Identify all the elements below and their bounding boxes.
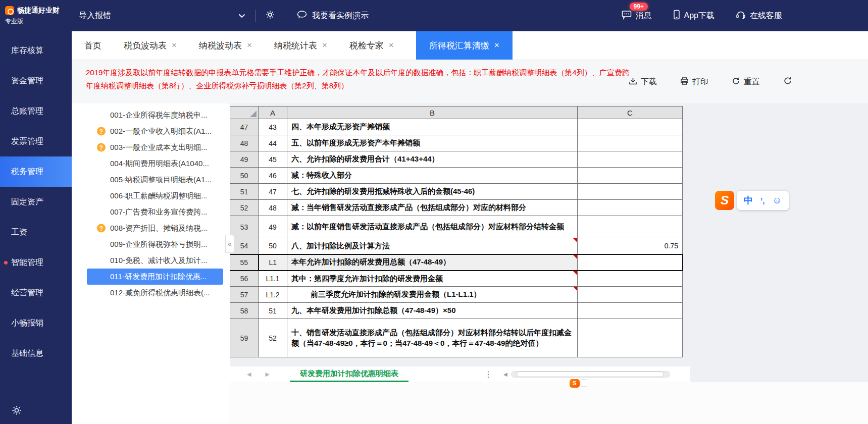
- row-header-cell[interactable]: 50: [230, 168, 259, 184]
- row-header-cell[interactable]: 55: [230, 254, 259, 271]
- cell-a[interactable]: L1.1: [259, 271, 287, 287]
- row-header-cell[interactable]: 59: [230, 319, 259, 357]
- sidebar-item-expense[interactable]: 小畅报销: [0, 308, 72, 338]
- corner-cell[interactable]: [230, 107, 259, 119]
- cell-a[interactable]: 50: [259, 238, 287, 254]
- cell-c[interactable]: [578, 184, 683, 200]
- row-header-cell[interactable]: 48: [230, 135, 259, 151]
- row-header-cell[interactable]: 49: [230, 151, 259, 168]
- row-header-cell[interactable]: 51: [230, 184, 259, 200]
- cell-b[interactable]: 七、允许扣除的研发费用抵减特殊收入后的金额(45-46): [287, 184, 578, 200]
- close-icon[interactable]: ×: [494, 40, 499, 50]
- row-header-cell[interactable]: 47: [230, 119, 259, 135]
- sidebar-item-inventory[interactable]: 库存核算: [0, 35, 72, 66]
- tab-tax-burden-fluctuation[interactable]: 税负波动表 ×: [124, 31, 177, 60]
- row-header-cell[interactable]: 53: [230, 216, 259, 238]
- ime-mini-floater[interactable]: S: [570, 379, 587, 388]
- sidebar-item-funds[interactable]: 资金管理: [0, 66, 72, 96]
- close-icon[interactable]: ×: [322, 40, 327, 50]
- cell-c[interactable]: [578, 119, 683, 135]
- cell-b[interactable]: 十、销售研发活动直接形成产品（包括组成部分）对应材料部分结转以后年度扣减金额（当…: [287, 319, 578, 357]
- cell-b-flagged[interactable]: 本年允许加计扣除的研发费用总额（47-48-49）: [287, 254, 578, 271]
- form-item-007[interactable]: 007-广告费和业务宣传费跨...: [72, 204, 230, 220]
- tab-tax-expert[interactable]: 税检专家 ×: [349, 31, 394, 60]
- app-download-button[interactable]: App下载: [673, 10, 714, 22]
- scrollbar-thumb[interactable]: [517, 372, 664, 377]
- row-header-cell[interactable]: 57: [230, 287, 259, 303]
- cell-b[interactable]: 减：当年销售研发活动直接形成产品（包括组成部分）对应的材料部分: [287, 200, 578, 216]
- customer-service-button[interactable]: 在线客服: [736, 10, 782, 21]
- scroll-left-icon[interactable]: ◀: [503, 372, 507, 377]
- sheet-tab[interactable]: 研发费用加计扣除优惠明细表: [290, 366, 409, 382]
- sidebar-item-invoice[interactable]: 发票管理: [0, 126, 72, 156]
- cell-a[interactable]: 51: [259, 303, 287, 319]
- sidebar-item-tax[interactable]: 税务管理: [0, 156, 72, 187]
- form-item-005[interactable]: 005-纳税调整项目明细表(A1...: [72, 172, 230, 188]
- cell-c[interactable]: [578, 319, 683, 357]
- form-item-001[interactable]: 001-企业所得税年度纳税申...: [72, 107, 230, 123]
- cell-b[interactable]: 六、允许扣除的研发费用合计（41+43+44）: [287, 151, 578, 168]
- sidebar-item-fixed-assets[interactable]: 固定资产: [0, 187, 72, 217]
- form-item-009[interactable]: 009-企业所得税弥补亏损明...: [72, 236, 230, 252]
- cell-c[interactable]: [578, 271, 683, 287]
- cell-c[interactable]: [578, 135, 683, 151]
- more-dots-icon[interactable]: ⋮: [484, 369, 492, 379]
- cell-c[interactable]: [578, 151, 683, 168]
- sidebar-item-payroll[interactable]: 工资: [0, 217, 72, 247]
- cell-b[interactable]: 减：特殊收入部分: [287, 168, 578, 184]
- row-header-cell[interactable]: 58: [230, 303, 259, 319]
- close-icon[interactable]: ×: [389, 40, 394, 50]
- sidebar-item-base-info[interactable]: 基础信息: [0, 338, 72, 368]
- sidebar-item-business-management[interactable]: 经营管理: [0, 278, 72, 308]
- ime-mode-chinese[interactable]: 中: [744, 194, 753, 206]
- import-errors-dropdown[interactable]: 导入报错: [79, 11, 245, 21]
- reset-button[interactable]: 重置: [732, 77, 760, 87]
- sidebar-item-smart-management[interactable]: 智能管理: [0, 247, 72, 278]
- sheet-nav-left-icon[interactable]: ◀: [247, 371, 251, 378]
- cell-a[interactable]: 52: [259, 319, 287, 357]
- row-header-cell[interactable]: 56: [230, 271, 259, 287]
- cell-c[interactable]: [578, 287, 683, 303]
- form-item-004[interactable]: 004-期间费用明细表(A1040...: [72, 155, 230, 172]
- download-button[interactable]: 下载: [629, 77, 657, 87]
- form-item-003[interactable]: ?003-一般企业成本支出明细...: [72, 139, 230, 155]
- column-header-c[interactable]: C: [578, 107, 683, 119]
- cell-a[interactable]: 45: [259, 151, 287, 168]
- tab-home[interactable]: 首页: [84, 31, 101, 60]
- form-item-010[interactable]: 010-免税、减计收入及加计...: [72, 252, 230, 269]
- help-icon[interactable]: ?: [97, 143, 106, 152]
- tab-taxpay-fluctuation[interactable]: 纳税波动表 ×: [199, 31, 252, 60]
- sidebar-settings-button[interactable]: [11, 405, 22, 418]
- cell-a[interactable]: 43: [259, 119, 287, 135]
- cell-a[interactable]: 46: [259, 168, 287, 184]
- cell-a[interactable]: 48: [259, 200, 287, 216]
- sidebar-item-general-ledger[interactable]: 总账管理: [0, 96, 72, 126]
- help-icon[interactable]: ?: [97, 224, 106, 233]
- close-icon[interactable]: ×: [247, 40, 252, 50]
- sheet-nav-right-icon[interactable]: ▶: [265, 371, 269, 378]
- form-item-006[interactable]: 006-职工薪酬纳税调整明细...: [72, 188, 230, 204]
- form-item-012[interactable]: 012-减免所得税优惠明细表(...: [72, 285, 230, 301]
- cell-a[interactable]: 47: [259, 184, 287, 200]
- cell-c[interactable]: [578, 200, 683, 216]
- cell-c-value[interactable]: 0.75: [578, 238, 683, 254]
- cell-b[interactable]: 减：以前年度销售研发活动直接形成产品（包括组成部分）对应材料部分结转金额: [287, 216, 578, 238]
- cell-b-flagged[interactable]: 其中：第四季度允许加计扣除的研发费用金额: [287, 271, 578, 287]
- cell-c[interactable]: [578, 168, 683, 184]
- cell-b[interactable]: 九、本年研发费用加计扣除总额（47-48-49）×50: [287, 303, 578, 319]
- cell-c[interactable]: [578, 216, 683, 238]
- cell-a[interactable]: 44: [259, 135, 287, 151]
- form-item-002[interactable]: ?002-一般企业收入明细表(A1...: [72, 123, 230, 139]
- form-item-011-selected[interactable]: 011-研发费用加计扣除优惠...: [87, 269, 223, 285]
- print-button[interactable]: 打印: [680, 77, 708, 87]
- row-header-cell[interactable]: 52: [230, 200, 259, 216]
- cell-b-flagged[interactable]: 前三季度允许加计扣除的研发费用金额（L1-L1.1）: [287, 287, 578, 303]
- column-header-a[interactable]: A: [259, 107, 287, 119]
- form-item-008[interactable]: ?008-资产折旧、摊销及纳税...: [72, 220, 230, 236]
- demo-link[interactable]: 我要看实例演示: [296, 10, 369, 21]
- ime-emoji-icon[interactable]: ☺: [772, 195, 782, 206]
- refresh-button[interactable]: [783, 76, 792, 87]
- settings-button[interactable]: [265, 10, 275, 22]
- messages-button[interactable]: 99+ 消息: [622, 10, 652, 22]
- ime-logo-icon[interactable]: S: [715, 191, 734, 210]
